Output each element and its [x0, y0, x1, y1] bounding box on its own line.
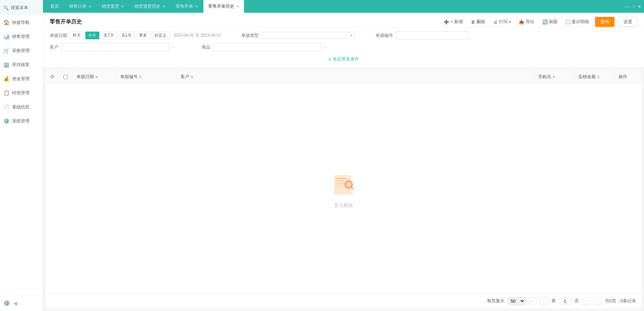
gear-icon[interactable]: ⚙	[50, 74, 54, 80]
th-check[interactable]	[59, 70, 72, 83]
collapse-sidebar-icon[interactable]: ◀	[13, 301, 17, 306]
collapse-button[interactable]: ∧ 收起更多条件	[325, 55, 362, 63]
per-page-select[interactable]: 50 10 20 100	[508, 297, 525, 305]
th-date: 单据日期 ⇅	[72, 70, 116, 83]
th-settings[interactable]: ⚙	[46, 70, 59, 83]
sidebar: 🔍 搜索采单 🏠 快捷导航 📊 销售管理 🛒 采购管理 🏢 库存核算 💰 资金管…	[0, 0, 43, 311]
display-detail-button[interactable]: 显示明细	[564, 17, 591, 26]
goods-label: 商品	[202, 44, 210, 50]
delete-button[interactable]: 🗑 删除	[469, 17, 487, 26]
chart-icon: 📊	[3, 34, 9, 40]
bill-type-label: 单据类型	[241, 33, 259, 39]
bill-num-input[interactable]	[396, 31, 469, 40]
sidebar-item-basic-info[interactable]: 📄 基础信息	[0, 100, 43, 114]
th-guide: 导购员 ⇅	[534, 70, 574, 83]
sidebar-item-operation[interactable]: 📋 经营管理	[0, 86, 43, 100]
plus-icon: ➕	[444, 19, 449, 24]
print-button[interactable]: 🖨 打印 ▾	[491, 17, 513, 26]
sidebar-item-label: 资金管理	[12, 76, 30, 82]
sidebar-item-sales-mgmt[interactable]: 📊 销售管理	[0, 30, 43, 44]
export-button[interactable]: 📤 导出	[517, 17, 536, 26]
svg-rect-4	[336, 183, 345, 184]
gear-sidebar-icon: ⚙️	[3, 118, 9, 124]
bill-type-select[interactable]: ▾	[261, 32, 355, 39]
trash-icon: 🗑	[471, 19, 475, 24]
sort-guide-icon[interactable]: ⇅	[552, 75, 555, 79]
date-filter-label: 单据日期	[50, 33, 67, 39]
customer-dots[interactable]: ···	[171, 45, 175, 50]
refresh-button[interactable]: 🔄 刷新	[540, 17, 560, 26]
customer-input[interactable]	[61, 43, 168, 51]
th-guide-label: 导购员	[538, 74, 551, 80]
last7-btn[interactable]: 近7天	[101, 32, 117, 39]
sidebar-search-label: 搜索采单	[11, 5, 28, 11]
print-icon: 🖨	[493, 19, 498, 24]
svg-line-8	[351, 187, 354, 190]
doc-icon: 📄	[3, 104, 9, 110]
sidebar-item-label: 采购管理	[12, 48, 30, 54]
goods-dots[interactable]: ···	[323, 45, 327, 50]
maximize-icon[interactable]: □	[632, 4, 635, 9]
sidebar-bottom: ⚙️ ◀	[0, 295, 43, 311]
sort-date-icon[interactable]: ⇅	[95, 75, 98, 79]
sidebar-item-inventory[interactable]: 🏢 库存核算	[0, 58, 43, 72]
sort-amount-icon[interactable]: ⇅	[597, 75, 600, 79]
svg-rect-3	[336, 180, 344, 182]
empty-illustration	[327, 168, 360, 199]
sidebar-item-purchase-mgmt[interactable]: 🛒 采购管理	[0, 44, 43, 58]
date-filter: 单据日期 昨天 今天 近7天 近1月 更多 自定义 2023-06-02 至 2…	[50, 32, 221, 39]
first-page-btn[interactable]: «	[529, 297, 537, 305]
page-input[interactable]	[559, 298, 571, 305]
bill-num-filter: 单据编号	[376, 31, 469, 40]
cart-icon: 🛒	[3, 48, 9, 54]
th-actions: 操作	[614, 70, 641, 83]
custom-btn[interactable]: 自定义	[151, 32, 169, 39]
sort-customer-icon[interactable]: ⇅	[191, 75, 193, 79]
minimize-icon[interactable]: —	[625, 4, 630, 9]
more-btn[interactable]: 更多	[136, 32, 150, 39]
tab-close-icon[interactable]: ✕	[121, 4, 124, 9]
today-btn[interactable]: 今天	[85, 32, 99, 39]
next-page-btn[interactable]: ›	[582, 297, 590, 305]
tab-close-icon[interactable]: ✕	[236, 4, 239, 9]
main-area: 首页 销售订单 ✕ 销货退货 ✕ 销货退货历史 ✕ 零售开单 ✕ 零售开单历史 …	[43, 0, 644, 311]
close-window-icon[interactable]: ✕	[638, 4, 641, 9]
prev-page-btn[interactable]: ‹	[540, 297, 548, 305]
date-buttons: 昨天 今天 近7天 近1月 更多 自定义	[70, 32, 169, 39]
settings-bottom-icon[interactable]: ⚙️	[3, 300, 10, 306]
table-header: ⚙ 单据日期 ⇅ 单据编号 ⇅ 客户 ⇅ 导购员	[46, 70, 641, 84]
last-month-btn[interactable]: 近1月	[118, 32, 135, 39]
query-button[interactable]: 查询	[595, 17, 614, 27]
tab-sales-return-history[interactable]: 销货退货历史 ✕	[130, 0, 170, 13]
page-header: 零售开单历史 ➕ + 新增 🗑 删除 🖨 打印 ▾ 📤 导出	[43, 13, 644, 27]
sidebar-item-label: 经营管理	[12, 90, 30, 96]
sidebar-item-finance[interactable]: 💰 资金管理	[0, 72, 43, 86]
tab-sales-order[interactable]: 销售订单 ✕	[64, 0, 96, 13]
display-detail-checkbox[interactable]	[566, 20, 570, 24]
goods-input[interactable]	[213, 43, 320, 51]
tab-retail-history[interactable]: 零售开单历史 ✕	[203, 0, 244, 13]
sidebar-item-quick-nav[interactable]: 🏠 快捷导航	[0, 15, 43, 30]
chevron-up-icon: ∧	[328, 57, 332, 62]
sidebar-item-sys-mgmt[interactable]: ⚙️ 系统管理	[0, 114, 43, 128]
table-area: ⚙ 单据日期 ⇅ 单据编号 ⇅ 客户 ⇅ 导购员	[46, 70, 641, 308]
settings-button[interactable]: 设置	[618, 17, 637, 27]
home-icon: 🏠	[3, 19, 9, 25]
chevron-down-icon: ▾	[509, 20, 511, 24]
operation-icon: 📋	[3, 90, 9, 96]
customer-filter: 客户 ···	[50, 43, 175, 51]
sort-num-icon[interactable]: ⇅	[139, 75, 142, 79]
tab-home[interactable]: 首页	[46, 1, 64, 11]
last-page-btn[interactable]: »	[594, 297, 602, 305]
select-all-checkbox[interactable]	[63, 75, 68, 79]
filter-section: 单据日期 昨天 今天 近7天 近1月 更多 自定义 2023-06-02 至 2…	[43, 27, 644, 68]
yesterday-btn[interactable]: 昨天	[70, 32, 84, 39]
add-button[interactable]: ➕ + 新增	[442, 17, 465, 26]
tab-retail-open[interactable]: 零售开单 ✕	[171, 0, 203, 13]
tab-close-icon[interactable]: ✕	[162, 4, 165, 9]
export-icon: 📤	[519, 19, 524, 24]
tab-sales-return[interactable]: 销货退货 ✕	[97, 0, 129, 13]
tab-close-icon[interactable]: ✕	[89, 4, 92, 9]
sidebar-search[interactable]: 🔍 搜索采单	[0, 0, 43, 15]
tab-close-icon[interactable]: ✕	[195, 4, 198, 9]
